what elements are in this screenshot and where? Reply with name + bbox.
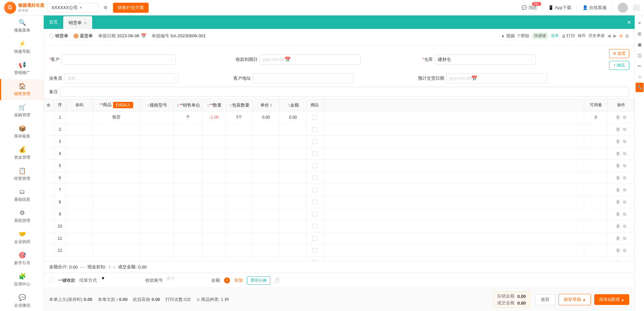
copy-icon[interactable]: ⧉ — [623, 163, 626, 168]
delete-icon[interactable]: 🗑 — [616, 175, 620, 180]
tab-home[interactable]: 首页 — [44, 15, 63, 29]
expense-split-button[interactable]: 费用分摊 — [247, 276, 270, 285]
company-selector[interactable]: XXXXXX公司 ▼ — [48, 3, 98, 12]
sidebar-item-inventory[interactable]: 📦 库存核算 — [0, 121, 43, 143]
address-dots[interactable]: ··· — [347, 76, 351, 81]
delete-icon[interactable]: 🗑 — [616, 127, 620, 132]
sidebar-item-quicknav[interactable]: ⚡ 快捷导航 — [0, 37, 43, 58]
sidebar-item-basic-info[interactable]: 🗂 基础信息 — [0, 185, 43, 206]
calc-method-input[interactable]: ▼ — [101, 276, 141, 285]
delete-icon[interactable]: 🗑 — [616, 151, 620, 156]
copy-icon[interactable]: ⧉ — [623, 115, 626, 120]
grid-view-icon[interactable]: ⊞ — [625, 33, 629, 39]
copy-icon[interactable]: ⧉ — [623, 151, 626, 156]
sidebar-item-marketing[interactable]: 📢 营销推广 — [0, 58, 43, 79]
save-draft-button[interactable]: 保存草稿 ▲ — [559, 294, 591, 305]
expected-date-input[interactable]: yyyy-mm-dd 📅 — [446, 73, 547, 83]
warehouse-input[interactable]: 建材仓 ··· — [435, 54, 536, 65]
add-payment-button[interactable]: + — [224, 277, 230, 283]
delete-icon[interactable]: 🗑 — [616, 224, 620, 229]
delete-icon[interactable]: 🗑 — [616, 163, 620, 168]
copy-icon[interactable]: ⧉ — [623, 236, 626, 241]
customer-address-input[interactable]: ··· — [253, 73, 354, 83]
setting-button[interactable]: ⚙ 设置 — [609, 49, 629, 58]
prev-icon[interactable]: ◀ — [607, 33, 611, 38]
calendar-icon[interactable]: 📅 — [141, 33, 146, 38]
right-panel-btn-5[interactable]: ✏ — [636, 61, 644, 71]
payment-due-input[interactable]: yyyy-mm-dd 📅 — [260, 54, 361, 65]
right-panel-btn-1[interactable]: ≡ — [636, 18, 644, 28]
delete-icon[interactable]: 🗑 — [616, 199, 620, 204]
discard-button[interactable]: 放弃 — [535, 294, 555, 305]
copy-icon[interactable]: ⧉ — [623, 187, 626, 192]
warehouse-dots[interactable]: ··· — [529, 57, 533, 62]
right-panel-btn-3[interactable]: ▣ — [636, 40, 644, 49]
copy-icon[interactable]: ⧉ — [623, 127, 626, 132]
sidebar-item-purchase[interactable]: 🛒 采购管理 — [0, 100, 43, 121]
trial-button[interactable]: 体验行业方案 — [113, 3, 149, 13]
user-avatar[interactable] — [618, 3, 628, 13]
customer-input[interactable]: ··· — [62, 54, 176, 65]
price-info-icon[interactable]: ℹ — [270, 103, 272, 107]
expense-help-icon[interactable]: ? — [274, 278, 280, 283]
order-owed-info-icon[interactable]: ℹ — [116, 298, 118, 302]
copy-icon[interactable]: ⧉ — [623, 139, 626, 144]
messages-button[interactable]: 💬 消息 99+ — [522, 5, 537, 11]
col-settings[interactable]: ⚙ — [44, 99, 54, 111]
tab-close-icon[interactable]: ✕ — [84, 21, 87, 25]
customer-dots[interactable]: ··· — [169, 57, 173, 62]
salesperson-dots[interactable]: ··· — [172, 76, 176, 81]
app-download-button[interactable]: 📱 App下载 — [548, 5, 571, 11]
one-click-checkbox[interactable] — [49, 278, 54, 283]
sidebar-item-appstore[interactable]: 🧩 应用中心 — [0, 269, 43, 290]
online-service-button[interactable]: 👤 在线客服 — [582, 5, 607, 11]
copy-icon[interactable]: ⧉ — [623, 211, 626, 217]
right-panel-btn-4[interactable]: ◫ — [636, 50, 644, 60]
right-panel-btn-6[interactable]: ☆ — [636, 72, 644, 81]
sidebar-item-search[interactable]: 🔍 搜索菜单 — [0, 15, 43, 37]
next-icon[interactable]: ▶ — [613, 33, 617, 38]
discount-info-icon[interactable]: ℹ — [109, 265, 110, 269]
expected-date-calendar-icon[interactable]: 📅 — [471, 75, 478, 81]
tab-close-all-icon[interactable]: ✕ — [627, 20, 631, 25]
sidebar-item-sales[interactable]: 🏠 销售管理 — [0, 79, 43, 100]
copy-icon[interactable]: ⧉ — [623, 199, 626, 204]
sidebar-item-finance[interactable]: 💰 资金管理 — [0, 143, 43, 164]
right-panel-btn-2[interactable]: ⊞ — [636, 29, 644, 38]
list-view-icon[interactable]: ≡ — [619, 33, 622, 39]
product-type-radio-icon[interactable]: ⊙ — [196, 297, 200, 302]
actions-icon[interactable]: 操作 — [578, 33, 586, 39]
tab-sales-order[interactable]: 销货单 ✕ — [63, 16, 92, 30]
delete-icon[interactable]: 🗑 — [616, 115, 620, 120]
shortcut-icon[interactable]: 快捷键 — [532, 32, 548, 39]
scan-button[interactable]: 扫码录入 — [113, 102, 133, 108]
print-icon[interactable]: 🖨 打印 — [562, 33, 575, 39]
payment-due-calendar-icon[interactable]: 📅 — [285, 56, 291, 63]
user-menu-arrow[interactable] — [633, 4, 640, 11]
video-icon[interactable]: ⏵ 视频 — [501, 33, 515, 39]
delete-icon[interactable]: 🗑 — [616, 248, 620, 253]
select-icon[interactable]: 选单 — [551, 33, 559, 39]
notes-input[interactable] — [60, 87, 629, 97]
delete-icon[interactable]: 🗑 — [616, 236, 620, 241]
delete-icon[interactable]: 🗑 — [616, 139, 620, 144]
copy-icon[interactable]: ⧉ — [623, 224, 626, 229]
sidebar-item-cooperation[interactable]: 🤝 企业协同 — [0, 227, 43, 248]
account-input[interactable]: 账号 — [167, 276, 207, 285]
sidebar-item-operations[interactable]: 📋 经营管理 — [0, 164, 43, 185]
delete-icon[interactable]: 🗑 — [616, 211, 620, 217]
sidebar-item-wecom[interactable]: 💬 企业微信 — [0, 290, 43, 311]
sidebar-item-system[interactable]: ⚙ 系统管理 — [0, 206, 43, 227]
salesperson-input[interactable]: 选择... ··· — [64, 73, 179, 83]
delete-icon[interactable]: 🗑 — [616, 187, 620, 192]
copy-icon[interactable]: ⧉ — [623, 175, 626, 180]
help-icon[interactable]: ? 帮助 — [518, 33, 529, 39]
history-icon[interactable]: 历史单据 — [589, 33, 605, 39]
radio-return-order[interactable]: 退货单 — [74, 33, 93, 39]
radio-sales-order[interactable]: 销货单 — [49, 33, 68, 39]
copy-icon[interactable]: ⧉ — [623, 248, 626, 253]
sidebar-item-guide[interactable]: 🎯 新手引导 — [0, 248, 43, 269]
settings-icon[interactable]: ⚙ — [101, 3, 110, 12]
right-panel-btn-7[interactable]: 🔧 — [636, 83, 644, 92]
logistics-button[interactable]: + 物流 — [609, 61, 629, 70]
